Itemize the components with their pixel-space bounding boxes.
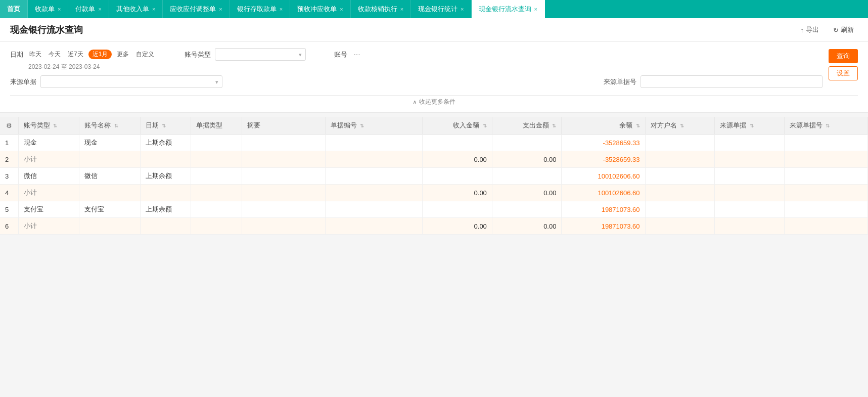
source-doc-select[interactable] bbox=[40, 75, 222, 88]
cell-summary bbox=[242, 151, 325, 168]
account-type-select[interactable] bbox=[215, 48, 306, 61]
cell-date bbox=[140, 185, 191, 201]
cell-doc-type bbox=[191, 185, 242, 201]
date-range-display: 2023-02-24 至 2023-03-24 bbox=[28, 63, 100, 70]
refresh-icon: ↻ bbox=[833, 26, 839, 34]
cell-source-doc bbox=[715, 185, 785, 201]
sort-icon-11: ⇅ bbox=[826, 123, 830, 128]
nav-tab-1[interactable]: 付款单 × bbox=[68, 0, 109, 18]
close-icon-6[interactable]: × bbox=[400, 6, 403, 12]
col-doc-no[interactable]: 单据编号 ⇅ bbox=[325, 117, 423, 135]
col-source-doc[interactable]: 来源单据 ⇅ bbox=[715, 117, 785, 135]
cell-account-name: 现金 bbox=[79, 135, 141, 151]
col-summary[interactable]: 摘要 bbox=[242, 117, 325, 135]
cell-summary bbox=[242, 201, 325, 218]
collapse-bar[interactable]: ∧ 收起更多条件 bbox=[10, 95, 858, 108]
nav-tab-7[interactable]: 现金银行统计 × bbox=[411, 0, 471, 18]
nav-home[interactable]: 首页 bbox=[0, 0, 28, 18]
nav-tab-3[interactable]: 应收应付调整单 × bbox=[163, 0, 230, 18]
cell-account-name bbox=[79, 151, 141, 168]
col-expense[interactable]: 支出金额 ⇅ bbox=[492, 117, 562, 135]
sort-icon-9: ⇅ bbox=[680, 123, 684, 128]
cell-doc-type bbox=[191, 201, 242, 218]
date-btn-yesterday[interactable]: 昨天 bbox=[27, 50, 43, 59]
cell-summary bbox=[242, 168, 325, 185]
close-icon-3[interactable]: × bbox=[219, 6, 222, 12]
table-header-row: ⚙ 账号类型 ⇅ 账号名称 ⇅ 日期 ⇅ 单据类型 摘要 bbox=[0, 117, 868, 135]
col-date[interactable]: 日期 ⇅ bbox=[140, 117, 191, 135]
col-account-name[interactable]: 账号名称 ⇅ bbox=[79, 117, 141, 135]
close-icon-0[interactable]: × bbox=[58, 6, 61, 12]
cell-source-doc-no bbox=[784, 201, 867, 218]
cell-balance: 19871073.60 bbox=[562, 201, 645, 218]
close-icon-5[interactable]: × bbox=[340, 6, 343, 12]
col-balance[interactable]: 余额 ⇅ bbox=[562, 117, 645, 135]
nav-tab-4[interactable]: 银行存取款单 × bbox=[230, 0, 290, 18]
nav-tab-5[interactable]: 预收冲应收单 × bbox=[290, 0, 350, 18]
col-account-type[interactable]: 账号类型 ⇅ bbox=[18, 117, 79, 135]
cell-account-type: 小计 bbox=[18, 218, 79, 235]
date-btn-1month[interactable]: 近1月 bbox=[88, 50, 112, 59]
cell-income: 0.00 bbox=[423, 185, 492, 201]
col-counterparty[interactable]: 对方户名 ⇅ bbox=[645, 117, 715, 135]
nav-tab-6[interactable]: 收款核销执行 × bbox=[351, 0, 411, 18]
cell-doc-type bbox=[191, 135, 242, 151]
settings-button[interactable]: 设置 bbox=[829, 66, 858, 80]
close-icon-7[interactable]: × bbox=[461, 6, 464, 12]
cell-expense bbox=[492, 135, 562, 151]
table-settings-icon[interactable]: ⚙ bbox=[6, 122, 12, 129]
sort-icon-1: ⇅ bbox=[114, 123, 118, 128]
date-btn-today[interactable]: 今天 bbox=[47, 50, 63, 59]
cell-expense bbox=[492, 201, 562, 218]
row-number: 6 bbox=[0, 218, 18, 235]
table-row: 4小计0.000.00100102606.60 bbox=[0, 185, 868, 201]
date-btn-more[interactable]: 更多 bbox=[115, 50, 131, 59]
sort-icon-8: ⇅ bbox=[636, 123, 640, 128]
source-doc-label: 来源单据 bbox=[10, 77, 36, 86]
cell-balance: -3528659.33 bbox=[562, 151, 645, 168]
cell-expense: 0.00 bbox=[492, 218, 562, 235]
cell-income: 0.00 bbox=[423, 218, 492, 235]
cell-account-name bbox=[79, 218, 141, 235]
cell-date: 上期余额 bbox=[140, 201, 191, 218]
cell-source-doc bbox=[715, 151, 785, 168]
cell-account-type: 微信 bbox=[18, 168, 79, 185]
export-button[interactable]: ↑ 导出 bbox=[797, 23, 824, 36]
nav-tab-8[interactable]: 现金银行流水查询 × bbox=[472, 0, 545, 18]
table-settings-col[interactable]: ⚙ bbox=[0, 117, 18, 135]
sort-icon-6: ⇅ bbox=[483, 123, 487, 128]
cell-account-type: 小计 bbox=[18, 185, 79, 201]
date-btn-custom[interactable]: 自定义 bbox=[134, 50, 156, 59]
collapse-icon: ∧ bbox=[413, 99, 417, 106]
close-icon-1[interactable]: × bbox=[98, 6, 101, 12]
source-doc-no-input[interactable] bbox=[641, 75, 823, 88]
row-number: 3 bbox=[0, 168, 18, 185]
col-source-doc-no[interactable]: 来源单据号 ⇅ bbox=[784, 117, 867, 135]
cell-doc-no bbox=[325, 218, 423, 235]
date-btn-7days[interactable]: 近7天 bbox=[66, 50, 85, 59]
account-type-filter-group: 账号类型 bbox=[185, 48, 306, 61]
top-nav: 首页 收款单 × 付款单 × 其他收入单 × 应收应付调整单 × 银行存取款单 … bbox=[0, 0, 868, 18]
cell-date bbox=[140, 151, 191, 168]
nav-tab-0[interactable]: 收款单 × bbox=[28, 0, 68, 18]
nav-tab-2[interactable]: 其他收入单 × bbox=[109, 0, 163, 18]
source-doc-select-wrapper bbox=[40, 75, 222, 88]
account-dots[interactable]: ··· bbox=[353, 50, 360, 59]
col-doc-type[interactable]: 单据类型 bbox=[191, 117, 242, 135]
row-number: 5 bbox=[0, 201, 18, 218]
cell-source-doc bbox=[715, 218, 785, 235]
cell-source-doc-no bbox=[784, 168, 867, 185]
col-income[interactable]: 收入金额 ⇅ bbox=[423, 117, 492, 135]
close-icon-4[interactable]: × bbox=[280, 6, 283, 12]
cell-expense bbox=[492, 168, 562, 185]
close-icon-2[interactable]: × bbox=[152, 6, 155, 12]
table-row: 5支付宝支付宝上期余额19871073.60 bbox=[0, 201, 868, 218]
cell-doc-no bbox=[325, 151, 423, 168]
refresh-button[interactable]: ↻ 刷新 bbox=[829, 23, 858, 36]
source-doc-no-label: 来源单据号 bbox=[604, 77, 636, 86]
cell-summary bbox=[242, 135, 325, 151]
sort-icon-0: ⇅ bbox=[53, 123, 57, 128]
close-icon-8[interactable]: × bbox=[534, 6, 537, 12]
query-button[interactable]: 查询 bbox=[829, 49, 858, 63]
cell-account-type: 支付宝 bbox=[18, 201, 79, 218]
